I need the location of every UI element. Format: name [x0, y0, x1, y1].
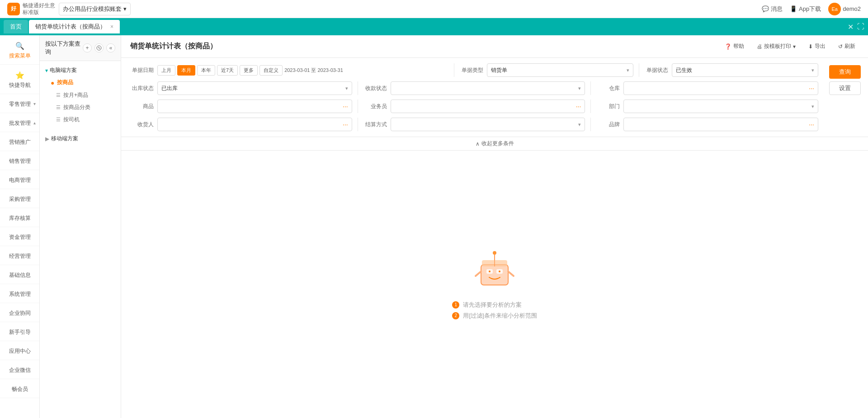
divider5: [358, 100, 358, 113]
stock-select[interactable]: 已出库 ▾: [157, 81, 352, 95]
chevron-right-icon: ▾: [33, 101, 36, 106]
avatar: Ea: [828, 3, 841, 15]
logo-icon: 好: [7, 3, 20, 15]
sidebar-item-marketing[interactable]: 营销推广: [0, 132, 39, 151]
query-action-area: 查询 设置: [829, 65, 861, 95]
chevron-right-icon: ▶: [45, 136, 49, 142]
goods-select[interactable]: [157, 100, 352, 113]
sidebar-item-wechat[interactable]: 企业微信: [0, 360, 39, 379]
status-label: 单据状态: [645, 66, 668, 74]
query-btn[interactable]: 查询: [829, 65, 861, 79]
dept-chevron-icon: ▾: [811, 104, 814, 109]
sidebar-item-inventory[interactable]: 库存核算: [0, 208, 39, 227]
sidebar-item-wholesale[interactable]: 批发管理 ▴: [0, 113, 39, 132]
message-icon: 💬: [762, 5, 769, 12]
filter-collapse-btn[interactable]: «: [106, 43, 115, 52]
main-panel: 销货单统计计表（按商品） ❓ 帮助 🖨 按模板打印 ▾ ⬇: [121, 35, 868, 418]
warehouse-select[interactable]: [623, 81, 818, 95]
filter-edit-btn[interactable]: ✎: [94, 43, 104, 52]
sidebar-item-sales[interactable]: 销售管理: [0, 151, 39, 170]
filter-item-by-month-goods[interactable]: ☰ 按月+商品: [40, 89, 121, 101]
user-area[interactable]: Ea demo2: [828, 3, 861, 15]
filter-item-by-driver[interactable]: ☰ 按司机: [40, 114, 121, 126]
date-btn-more[interactable]: 更多: [240, 65, 258, 76]
list3-icon: ☰: [56, 117, 61, 123]
list-icon: ☰: [56, 92, 61, 98]
sidebar-item-appcenter[interactable]: 应用中心: [0, 341, 39, 360]
app-download-btn[interactable]: 📱 App下载: [790, 5, 821, 13]
filter-field-brand: 品牌: [596, 118, 818, 131]
payment-select[interactable]: ▾: [391, 118, 585, 131]
filter-add-btn[interactable]: +: [83, 43, 92, 52]
tab-home[interactable]: 首页: [4, 20, 28, 33]
star-icon: ⭐: [2, 71, 38, 80]
empty-tip-1: 1 请先选择要分析的方案: [452, 301, 537, 309]
help-btn[interactable]: ❓ 帮助: [721, 41, 748, 52]
window-close-btn[interactable]: ✕: [848, 23, 854, 31]
export-btn[interactable]: ⬇ 导出: [805, 41, 829, 52]
sidebar-item-purchase[interactable]: 采购管理: [0, 189, 39, 208]
receive-label: 收款状态: [363, 85, 387, 92]
app-selector[interactable]: 办公用品行业模拟账套 ▾: [59, 3, 131, 15]
date-btn-custom[interactable]: 自定义: [259, 65, 283, 76]
dept-select[interactable]: ▾: [623, 100, 818, 113]
page-header-top: 销货单统计计表（按商品） ❓ 帮助 🖨 按模板打印 ▾ ⬇: [130, 41, 859, 52]
collapse-bar[interactable]: ∧ 收起更多条件: [121, 137, 868, 151]
filter-item-by-category[interactable]: ☰ 按商品分类: [40, 101, 121, 114]
filter-field-warehouse: 仓库: [596, 81, 818, 95]
main-layout: 🔍 搜索菜单 ⭐ 快捷导航 零售管理 ▾ 批发管理 ▴ 营销推广 销售管理 电商…: [0, 35, 868, 418]
sidebar-item-quicknav[interactable]: ⭐ 快捷导航: [0, 65, 39, 94]
filter-field-staff: 业务员: [363, 100, 585, 113]
tab-close-icon[interactable]: ×: [110, 24, 113, 30]
sidebar-nav: 🔍 搜索菜单 ⭐ 快捷导航 零售管理 ▾ 批发管理 ▴ 营销推广 销售管理 电商…: [0, 35, 40, 418]
message-btn[interactable]: 💬 消息: [762, 5, 783, 13]
print-btn[interactable]: 🖨 按模板打印 ▾: [753, 41, 799, 52]
refresh-icon: ↺: [838, 43, 843, 50]
staff-select[interactable]: [391, 100, 585, 113]
status-select[interactable]: 已生效 ▾: [672, 63, 818, 77]
filter-section-pc: ▾ 电脑端方案 ● 按商品 ☰ 按月+商品 ☰ 按商品分类 ☰ 按司机: [40, 61, 121, 129]
content-area: 按以下方案查询 + ✎ « ▾ 电脑端方案 ● 按商品: [40, 35, 868, 418]
tab-active[interactable]: 销货单统计计表（按商品） ×: [29, 20, 120, 33]
sidebar-item-member[interactable]: 畅会员: [0, 379, 39, 398]
filter-row-4: 收货人 结算方式 ▾: [130, 118, 818, 131]
date-btn-this-month[interactable]: 本月: [177, 65, 195, 76]
sidebar-item-ecommerce[interactable]: 电商管理: [0, 170, 39, 189]
filter-row-1: 单据日期 上月 本月 本年 近7天 更多 自定义 2023-03-01 至 20…: [130, 63, 818, 77]
receive-chevron-icon: ▾: [578, 86, 581, 91]
filter-section-pc-header[interactable]: ▾ 电脑端方案: [40, 65, 121, 76]
date-btn-last-month[interactable]: 上月: [157, 65, 175, 76]
payment-label: 结算方式: [363, 121, 387, 128]
brand-select[interactable]: [623, 118, 818, 131]
refresh-btn[interactable]: ↺ 刷新: [835, 41, 859, 52]
date-btn-7days[interactable]: 近7天: [217, 65, 238, 76]
settings-btn[interactable]: 设置: [829, 81, 861, 95]
svg-point-6: [489, 271, 491, 272]
status-chevron-icon: ▾: [811, 67, 814, 73]
sidebar-item-search[interactable]: 🔍 搜索菜单: [0, 35, 39, 65]
sidebar-item-system[interactable]: 系统管理: [0, 284, 39, 303]
date-btn-this-year[interactable]: 本年: [197, 65, 215, 76]
print-chevron-icon: ▾: [793, 43, 796, 50]
filter-rows: 单据日期 上月 本月 本年 近7天 更多 自定义 2023-03-01 至 20…: [121, 58, 868, 137]
top-bar-right: 💬 消息 📱 App下载 Ea demo2: [762, 3, 861, 15]
tab-bar-right: ✕ ⛶: [848, 23, 864, 31]
empty-tips: 1 请先选择要分析的方案 2 用[过滤]条件来缩小分析范围: [452, 301, 537, 323]
divider7: [358, 118, 358, 131]
type-label: 单据类型: [460, 66, 483, 74]
sidebar-item-guide[interactable]: 新手引导: [0, 322, 39, 341]
sidebar-item-finance[interactable]: 资金管理: [0, 227, 39, 246]
sidebar-item-management[interactable]: 经营管理: [0, 246, 39, 265]
filter-section-mobile-header[interactable]: ▶ 移动端方案: [40, 133, 121, 144]
sidebar-item-basic[interactable]: 基础信息: [0, 265, 39, 284]
receive-select[interactable]: ▾: [391, 81, 585, 95]
consignee-select[interactable]: [157, 118, 352, 131]
export-icon: ⬇: [808, 43, 813, 50]
empty-state: 1 请先选择要分析的方案 2 用[过滤]条件来缩小分析范围: [121, 151, 868, 418]
window-maximize-btn[interactable]: ⛶: [857, 23, 864, 31]
type-select[interactable]: 销货单 ▾: [487, 63, 633, 77]
divider2: [639, 63, 639, 77]
sidebar-item-enterprise[interactable]: 企业协同: [0, 303, 39, 322]
filter-item-by-goods[interactable]: ● 按商品: [40, 76, 121, 89]
sidebar-item-retail[interactable]: 零售管理 ▾: [0, 94, 39, 113]
